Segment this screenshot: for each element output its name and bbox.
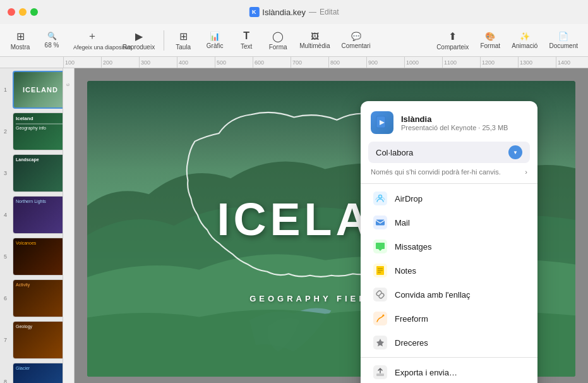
slide-thumbnail-6[interactable]: Activity xyxy=(13,279,63,317)
toolbar-forma[interactable]: ◯ Forma xyxy=(263,28,293,53)
slide-thumbnail-5[interactable]: Volcanoes xyxy=(13,238,63,276)
zoom-icon: 🔍 xyxy=(47,32,57,40)
slide-panel[interactable]: 1 ICELAND 2 Iceland Geography info 3 Lan… xyxy=(0,68,63,383)
app-icon: K xyxy=(249,7,259,17)
toolbar-text[interactable]: T Text xyxy=(231,28,261,52)
notes-icon xyxy=(373,264,387,277)
taula-icon: ⊞ xyxy=(179,30,188,42)
toolbar-comentari[interactable]: 💬 Comentari xyxy=(337,29,376,52)
document-title: Islàndia.key xyxy=(262,8,306,17)
freeform-icon xyxy=(373,312,387,325)
ruler-mark: 200 xyxy=(101,57,139,68)
multimedia-icon: 🖼 xyxy=(311,32,319,41)
ruler-mark: 400 xyxy=(177,57,215,68)
slide-thumbnail-1[interactable]: ICELAND xyxy=(13,71,63,109)
ruler-mark: 300 xyxy=(139,57,177,68)
mail-icon xyxy=(373,216,387,229)
minimize-button[interactable] xyxy=(19,8,27,16)
format-icon: 🎨 xyxy=(485,32,495,41)
popup-filename: Islàndia xyxy=(401,114,527,124)
popup-description: Només qui s'hi convidi podrà fer-hi canv… xyxy=(361,166,537,181)
svg-marker-11 xyxy=(376,339,384,346)
main-area: 1 ICELAND 2 Iceland Geography info 3 Lan… xyxy=(0,68,588,383)
toolbar-format[interactable]: 🎨 Format xyxy=(475,29,505,52)
collaborate-label: Col·labora xyxy=(376,148,413,157)
popup-filesize: Presentació del Keynote · 25,3 MB xyxy=(401,124,527,131)
slide-7-content: Geology xyxy=(13,322,63,331)
ruler-content: 100 200 300 400 500 600 700 800 900 1000… xyxy=(63,57,588,68)
titlebar-left xyxy=(8,8,38,16)
slide-8-content: Glacier xyxy=(13,363,63,373)
slide-num-1: 1 xyxy=(4,87,7,93)
fullscreen-button[interactable] xyxy=(30,8,38,16)
svg-rect-4 xyxy=(376,220,385,226)
edited-label: Editat xyxy=(320,8,339,16)
close-button[interactable] xyxy=(8,8,15,16)
toolbar-grafic[interactable]: 📊 Gràfic xyxy=(200,29,230,52)
popup-item-freeform[interactable]: Freeform xyxy=(363,307,535,331)
shortcuts-icon xyxy=(373,336,387,350)
slide-num-2: 2 xyxy=(4,128,7,135)
ruler: 100 200 300 400 500 600 700 800 900 1000… xyxy=(0,57,588,68)
airdrop-label: AirDrop xyxy=(395,194,423,204)
ruler-mark: 800 xyxy=(328,57,366,68)
text-icon: T xyxy=(243,30,249,42)
toolbar-document[interactable]: 📄 Document xyxy=(544,29,583,52)
toolbar-multimedia[interactable]: 🖼 Multimèdia xyxy=(294,29,335,52)
slide-num-6: 6 xyxy=(4,295,7,301)
mail-label: Mail xyxy=(395,218,410,228)
missatges-label: Missatges xyxy=(395,242,432,252)
ruler-mark: 1400 xyxy=(556,57,588,68)
notes-label: Notes xyxy=(395,266,416,276)
slide-num-5: 5 xyxy=(4,253,7,260)
svg-line-9 xyxy=(379,293,381,296)
convida-label: Convida amb l'enllaç xyxy=(395,290,471,300)
popup-item-dreceres[interactable]: Dreceres xyxy=(363,331,535,355)
popup-item-missatges[interactable]: Missatges xyxy=(363,234,535,258)
popup-item-notes[interactable]: Notes xyxy=(363,258,535,283)
popup-item-convida[interactable]: Convida amb l'enllaç xyxy=(363,283,535,307)
collaborate-row[interactable]: Col·labora xyxy=(368,142,530,163)
toolbar-taula[interactable]: ⊞ Taula xyxy=(168,28,198,53)
toolbar-mostra[interactable]: ⊞ Mostra xyxy=(5,28,35,53)
comparteix-icon: ⬆ xyxy=(448,30,457,42)
vertical-ruler: 0 1 2 3 4 5 6 7 8 9 xyxy=(63,68,75,383)
toolbar-separator-1 xyxy=(164,30,164,51)
toolbar-animacio[interactable]: ✨ Animació xyxy=(507,29,543,52)
slide-1-title: ICELAND xyxy=(23,86,58,94)
slide-num-3: 3 xyxy=(4,170,7,176)
ruler-mark: 600 xyxy=(253,57,291,68)
slide-5-content: Volcanoes xyxy=(13,238,63,248)
slide-thumbnail-3[interactable]: Landscape xyxy=(13,154,63,192)
slide-thumbnail-2[interactable]: Iceland Geography info xyxy=(13,112,63,150)
popup-item-exporta[interactable]: Exporta i envia… xyxy=(363,360,535,383)
popup-item-airdrop[interactable]: AirDrop xyxy=(363,186,535,210)
popup-description-arrow: › xyxy=(525,168,527,176)
canvas-area[interactable]: ICELAND GEOGRAPHY FIELD TRIP Islàndia Pr… xyxy=(75,68,588,383)
toolbar-zoom[interactable]: 🔍 68 % xyxy=(37,29,67,51)
toolbar-afegeix[interactable]: ＋ Afegeix una diapositiva xyxy=(68,27,116,54)
slide-thumbnail-4[interactable]: Northern Lights xyxy=(13,196,63,234)
titlebar: K Islàndia.key — Editat xyxy=(0,0,588,24)
popup-item-mail[interactable]: Mail xyxy=(363,210,535,234)
ruler-mark: 1200 xyxy=(480,57,518,68)
afegeix-icon: ＋ xyxy=(87,30,97,43)
ruler-mark: 1300 xyxy=(518,57,556,68)
ruler-mark: 700 xyxy=(291,57,328,68)
export-icon xyxy=(373,365,387,379)
slide-3-content: Landscape xyxy=(13,155,63,164)
toolbar-comparteix[interactable]: ⬆ Comparteix xyxy=(431,28,474,53)
forma-icon: ◯ xyxy=(272,30,284,42)
share-popup: Islàndia Presentació del Keynote · 25,3 … xyxy=(361,101,537,383)
ruler-mark: 1000 xyxy=(404,57,442,68)
edited-status: — xyxy=(309,8,316,16)
ruler-mark: 1100 xyxy=(442,57,480,68)
slide-4-content: Northern Lights xyxy=(13,197,63,206)
dreceres-label: Dreceres xyxy=(395,338,428,348)
slide-thumbnail-8[interactable]: Glacier xyxy=(13,363,63,383)
collaborate-dropdown[interactable] xyxy=(508,145,522,159)
document-icon: 📄 xyxy=(558,32,568,41)
ruler-mark: 900 xyxy=(366,57,404,68)
slide-thumbnail-7[interactable]: Geology xyxy=(13,321,63,359)
toolbar-reprodueix[interactable]: ▶ Reprodueix xyxy=(117,28,160,53)
